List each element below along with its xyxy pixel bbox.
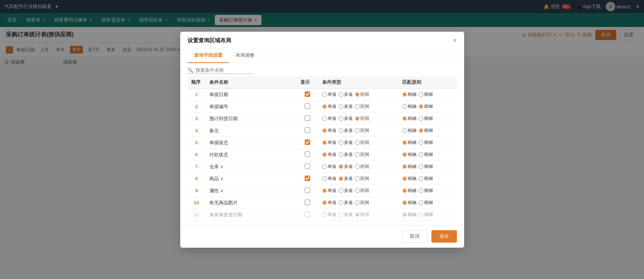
modal-overlay: 设置查询区域布局 × 查询字段设置 布局调整 🔍 顺序 [0, 0, 644, 68]
tab-query-fields-label: 查询字段设置 [194, 52, 222, 58]
tab-query-fields[interactable]: 查询字段设置 [187, 48, 229, 63]
modal-tabs: 查询字段设置 布局调整 [180, 48, 464, 63]
search-input[interactable] [195, 67, 250, 68]
settings-modal: 设置查询区域布局 × 查询字段设置 布局调整 🔍 顺序 [180, 32, 464, 68]
tab-layout-label: 布局调整 [236, 52, 254, 58]
tab-layout[interactable]: 布局调整 [229, 48, 261, 63]
modal-header: 设置查询区域布局 × [180, 32, 464, 48]
search-wrap: 🔍 [187, 67, 253, 68]
modal-title: 设置查询区域布局 [187, 37, 231, 44]
modal-search: 🔍 [180, 63, 464, 68]
modal-close-button[interactable]: × [453, 37, 457, 44]
search-icon: 🔍 [187, 67, 193, 68]
